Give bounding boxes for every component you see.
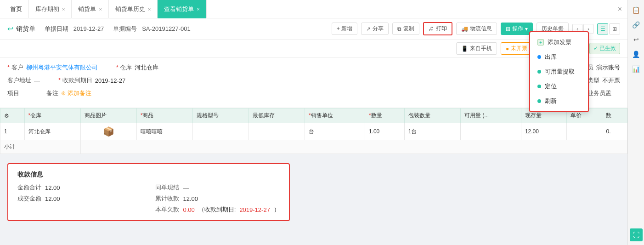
grid-icon: ⊞ xyxy=(506,26,510,32)
cumulative-item: 累计收款 12.00 xyxy=(155,194,279,203)
window-close-button[interactable]: × xyxy=(618,5,622,13)
copy-button[interactable]: ⧉ 复制 xyxy=(392,23,419,35)
same-order-item: 同单现结 — xyxy=(155,183,279,192)
staff-value: 演示账号 xyxy=(596,63,620,72)
ticket-icon: ● xyxy=(506,46,509,52)
dropdown-add-invoice[interactable]: + 添加发票 xyxy=(530,35,588,50)
logistics-button[interactable]: 🚚 物流信息 xyxy=(456,23,497,35)
doc-info: ↩ 销货单 单据日期 2019-12-27 单据编号 SA-20191227-0… xyxy=(7,24,191,33)
sidebar-icon-2[interactable]: 🔗 xyxy=(630,18,643,31)
tab-view-sales-close[interactable]: × xyxy=(197,6,199,12)
row-spec xyxy=(192,123,249,140)
row-qty: 1.00 xyxy=(365,123,404,140)
warehouse-label: 仓库 xyxy=(116,63,132,72)
sales-rep-value: — xyxy=(614,90,620,97)
truck-icon: 🚚 xyxy=(461,26,468,32)
form-row-2: 客户地址 — 收款到期日 2019-12-27 票据类型 不开票 xyxy=(7,76,620,85)
add-note-button[interactable]: ⊕ 添加备注 xyxy=(61,89,91,97)
warehouse-field: 仓库 河北仓库 xyxy=(116,63,159,72)
tab-view-sales[interactable]: 查看销货单 × xyxy=(158,0,206,18)
tab-sales-history[interactable]: 销货单历史 × xyxy=(109,0,158,18)
view-buttons: ☰ ⊞ xyxy=(597,23,620,34)
col-product: *商品 xyxy=(136,108,192,123)
tab-inventory-init[interactable]: 库存期初 × xyxy=(29,0,72,18)
balance-value: 0.00 xyxy=(183,206,194,213)
available-qty-icon xyxy=(537,70,541,74)
tab-sales-order[interactable]: 销货单 × xyxy=(72,0,108,18)
sales-rep-field: 业务员孟 — xyxy=(583,89,620,97)
dropdown-refresh[interactable]: 刷新 xyxy=(530,94,588,108)
list-view-button[interactable]: ☰ xyxy=(597,23,608,34)
col-gear: ⚙ xyxy=(0,108,25,123)
sidebar-icon-3[interactable]: ↩ xyxy=(630,33,643,46)
balance-full-item: 本单欠款 0.00 （收款到期日: 2019-12-27 ） xyxy=(155,205,279,214)
customer-value[interactable]: 柳州粤港平安气体有限公司 xyxy=(26,63,98,72)
project-value: — xyxy=(22,90,28,97)
from-mobile-button[interactable]: 📱 来自手机 xyxy=(456,42,497,55)
dropdown-available-qty[interactable]: 可用量提取 xyxy=(530,64,588,79)
dropdown-outbound[interactable]: 出库 xyxy=(530,50,588,64)
not-opened-button[interactable]: ● 未开票 xyxy=(501,42,532,55)
row-available xyxy=(460,123,521,140)
customer-label: 客户 xyxy=(7,63,23,72)
settings-icon[interactable]: ⚙ xyxy=(4,113,9,119)
sidebar-expand-button[interactable]: ⛶ xyxy=(630,228,643,241)
transaction-amount-value: 12.00 xyxy=(45,195,60,202)
chevron-down-icon: ▾ xyxy=(525,26,528,32)
mobile-icon: 📱 xyxy=(461,46,468,52)
row-min-stock xyxy=(249,123,305,140)
sidebar-icon-5[interactable]: 📊 xyxy=(630,63,643,75)
row-product: 嘻嘻嘻嘻 xyxy=(136,123,192,140)
note-field: 备注 ⊕ 添加备注 xyxy=(46,89,91,97)
payment-section: 收款信息 金额合计 12.00 同单现结 — 成交金额 12.00 xyxy=(7,163,290,221)
payment-grid: 金额合计 12.00 同单现结 — 成交金额 12.00 累计收款 12.00 xyxy=(17,183,280,214)
right-sidebar: 📋 🔗 ↩ 👤 📊 ⛶ xyxy=(627,0,644,245)
doc-title: ↩ 销货单 xyxy=(7,24,35,33)
col-other: 数 xyxy=(602,108,627,123)
sidebar-icon-4[interactable]: 👤 xyxy=(630,48,643,61)
grid-view-button[interactable]: ⊞ xyxy=(609,23,620,34)
row-warehouse: 河北仓库 xyxy=(24,123,80,140)
ticket-type-value: 不开票 xyxy=(602,76,620,85)
tab-sales-order-close[interactable]: × xyxy=(99,6,102,12)
customer-field: 客户 柳州粤港平安气体有限公司 xyxy=(7,63,98,72)
address-field: 客户地址 — xyxy=(7,76,40,85)
doc-number-value: SA-20191227-001 xyxy=(142,25,191,32)
tab-home[interactable]: 首页 xyxy=(4,0,29,18)
form-row-3: 项目 — 备注 ⊕ 添加备注 业务员孟 — xyxy=(7,89,620,97)
row-seq: 1 xyxy=(0,123,25,140)
total-amount-label: 金额合计 xyxy=(17,183,41,192)
transaction-amount-item: 成交金额 12.00 xyxy=(17,194,141,203)
tab-sales-history-close[interactable]: × xyxy=(148,6,151,12)
row-image: 📦 xyxy=(80,123,136,140)
payment-title: 收款信息 xyxy=(17,171,280,179)
dropdown-locate[interactable]: 定位 xyxy=(530,79,588,94)
total-amount-item: 金额合计 12.00 xyxy=(17,183,141,192)
cumulative-value: 12.00 xyxy=(183,195,198,202)
form-row-1: 客户 柳州粤港平安气体有限公司 仓库 河北仓库 业务员 演示账号 xyxy=(7,63,620,72)
doc-title-icon: ↩ xyxy=(7,24,13,33)
new-button[interactable]: + 新增 xyxy=(332,23,357,35)
print-button[interactable]: 🖨 打印 xyxy=(423,22,452,35)
effective-tag: ✓ 已生效 xyxy=(589,43,620,54)
col-pack-qty: 包装数量 xyxy=(404,108,460,123)
subtotal-values xyxy=(80,140,627,154)
balance-label: 本单欠款 xyxy=(155,205,179,214)
doc-title-text: 销货单 xyxy=(16,25,35,33)
row-other: 0. xyxy=(602,123,627,140)
share-button[interactable]: ↗ 分享 xyxy=(361,23,389,35)
share-icon: ↗ xyxy=(366,26,371,32)
project-label: 项目 xyxy=(7,89,19,97)
operations-button[interactable]: ⊞ 操作 ▾ xyxy=(501,23,533,35)
operations-dropdown: + 添加发票 出库 可用量提取 定位 刷新 xyxy=(529,31,589,112)
col-unit: *销售单位 xyxy=(305,108,365,123)
doc-number-label: 单据编号 SA-20191227-001 xyxy=(113,25,190,33)
tab-inventory-init-close[interactable]: × xyxy=(62,6,65,12)
row-pack-qty: 1台 xyxy=(404,123,460,140)
page-container: 首页 库存期初 × 销货单 × 销货单历史 × 查看销货单 × × xyxy=(0,0,644,245)
due-date-value: 2019-12-27 xyxy=(95,77,126,84)
subtotal-label: 小计 xyxy=(0,140,81,154)
row-unit: 台 xyxy=(305,123,365,140)
sidebar-icon-1[interactable]: 📋 xyxy=(630,4,643,17)
same-order-value: — xyxy=(183,184,189,191)
